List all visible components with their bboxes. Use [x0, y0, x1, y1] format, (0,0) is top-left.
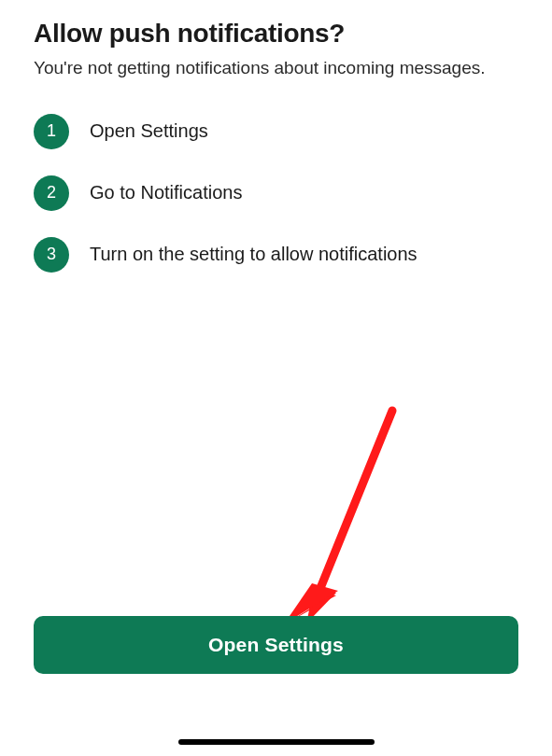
steps-list: 1 Open Settings 2 Go to Notifications 3 … [34, 114, 518, 273]
step-number-badge: 3 [34, 237, 69, 273]
page-title: Allow push notifications? [34, 19, 518, 49]
step-item: 3 Turn on the setting to allow notificat… [34, 237, 518, 273]
step-item: 2 Go to Notifications [34, 175, 518, 211]
home-indicator[interactable] [178, 739, 375, 745]
annotation-arrow-icon [280, 401, 420, 635]
page-subtitle: You're not getting notifications about i… [34, 56, 518, 80]
step-number-badge: 1 [34, 114, 69, 149]
step-text: Open Settings [90, 120, 208, 142]
step-text: Turn on the setting to allow notificatio… [90, 244, 418, 265]
open-settings-button[interactable]: Open Settings [34, 616, 518, 674]
svg-line-1 [313, 411, 392, 607]
step-number-badge: 2 [34, 175, 69, 211]
step-item: 1 Open Settings [34, 114, 518, 149]
step-text: Go to Notifications [90, 182, 242, 203]
svg-marker-4 [290, 583, 338, 618]
